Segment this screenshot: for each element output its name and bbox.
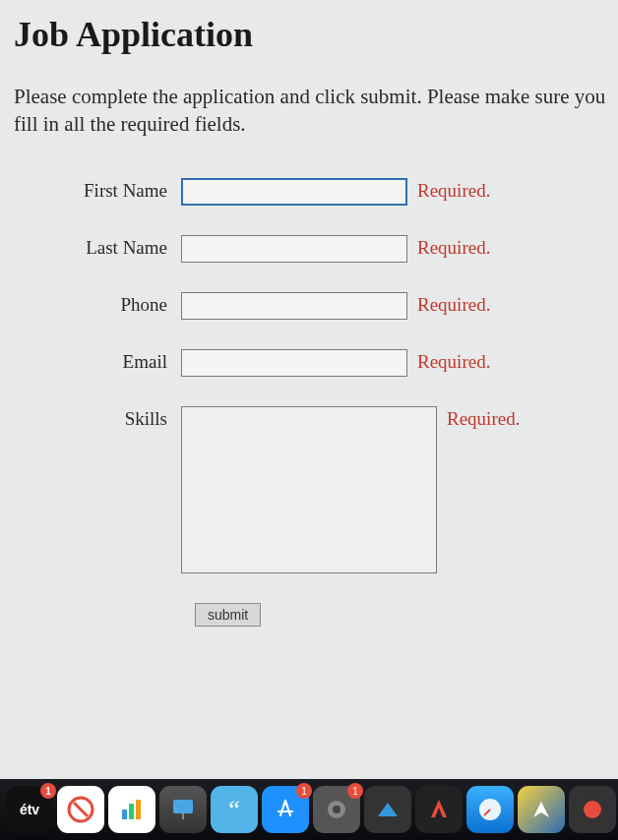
application-form: First Name Required. Last Name Required.… [14,178,618,627]
rocket-icon [529,798,553,821]
dock-app-stocks[interactable] [108,786,155,833]
safari-icon [476,796,504,823]
dock-app-safari[interactable] [466,786,514,833]
skills-label: Skills [63,406,181,430]
preview-icon [378,803,398,816]
macos-dock: étv 1 “ 1 1 [0,779,618,840]
dock-app-adobe[interactable] [415,786,463,833]
svg-rect-2 [122,810,127,819]
first-name-required: Required. [407,178,490,202]
last-name-row: Last Name Required. [63,235,618,263]
svg-point-11 [584,801,601,818]
keynote-icon [169,796,197,823]
dock-app-appstore[interactable]: 1 [262,786,309,833]
app-icon [582,799,603,820]
dock-app-keynote[interactable] [159,786,207,833]
svg-point-9 [333,806,340,813]
first-name-row: First Name Required. [63,178,618,206]
first-name-label: First Name [63,178,181,202]
apple-tv-icon: étv [20,802,39,817]
dock-app-news[interactable] [57,786,104,833]
badge-icon: 1 [40,783,56,799]
email-required: Required. [407,349,490,373]
dock-app-launchpad[interactable] [518,786,565,833]
svg-rect-3 [129,804,134,819]
svg-rect-4 [136,800,141,819]
svg-rect-6 [182,813,184,819]
quotes-icon: “ [228,795,240,824]
phone-label: Phone [63,292,181,316]
gear-icon [323,796,350,823]
skills-required: Required. [437,406,520,430]
badge-icon: 1 [347,783,363,799]
skills-row: Skills Required. [63,406,618,573]
email-row: Email Required. [63,349,618,377]
last-name-label: Last Name [63,235,181,259]
dock-app-settings[interactable]: 1 [313,786,360,833]
phone-row: Phone Required. [63,292,618,320]
dock-app-generic[interactable] [569,786,616,833]
app-store-icon [272,796,299,823]
submit-button[interactable]: submit [195,603,261,627]
dock-app-preview[interactable] [364,786,411,833]
bar-chart-icon [118,796,146,823]
skills-input[interactable] [181,406,437,573]
phone-input[interactable] [181,292,407,320]
adobe-icon [425,796,453,823]
news-icon [67,796,94,823]
first-name-input[interactable] [181,178,407,206]
dock-app-notes[interactable]: “ [211,786,258,833]
page-title: Job Application [14,14,618,55]
instructions-text: Please complete the application and clic… [14,83,618,139]
email-input[interactable] [181,349,407,377]
dock-app-tv[interactable]: étv 1 [6,786,53,833]
email-label: Email [63,349,181,373]
svg-rect-5 [173,800,193,813]
last-name-input[interactable] [181,235,407,263]
badge-icon: 1 [296,783,312,799]
last-name-required: Required. [407,235,490,259]
phone-required: Required. [407,292,490,316]
